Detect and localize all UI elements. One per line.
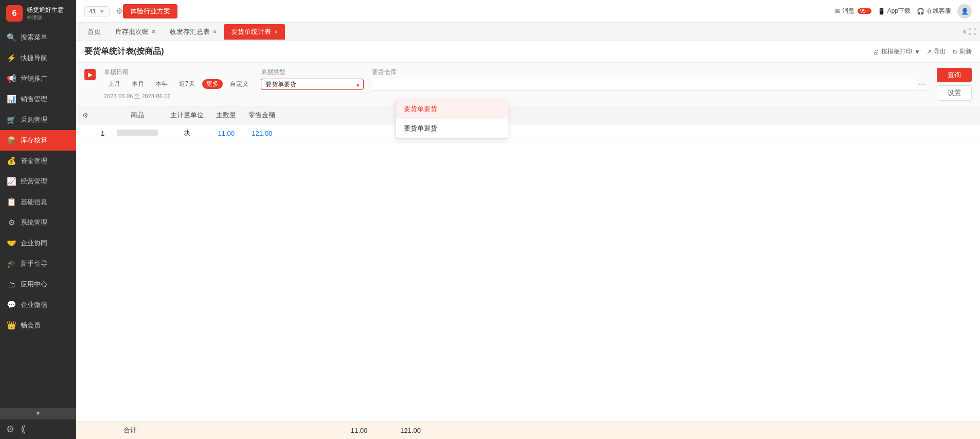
- page-header: 要货单统计表(按商品) 🖨 按模板打印 ▼ ↗ 导出 ↻ 刷新: [76, 41, 980, 63]
- user-avatar[interactable]: 👤: [957, 4, 972, 19]
- warehouse-input-row: ···: [372, 79, 929, 90]
- amount-link[interactable]: 121.00: [252, 130, 272, 137]
- print-chevron-icon: ▼: [914, 48, 920, 56]
- member-icon: 👑: [6, 320, 16, 331]
- warehouse-filter-group: 要货仓库 ···: [372, 68, 929, 90]
- sidebar-item-operation[interactable]: 📈 经营管理: [0, 171, 76, 192]
- sidebar-scroll-down[interactable]: ▼: [0, 408, 76, 419]
- store-selector[interactable]: 41 ▼: [84, 6, 110, 16]
- type-dropdown: 要货单要货 要货单退货: [395, 99, 508, 139]
- col-extra: [281, 106, 980, 124]
- date-btn-more[interactable]: 更多: [202, 79, 223, 89]
- search-icon: 🔍: [6, 32, 16, 43]
- sidebar-item-finance[interactable]: 💰 资金管理: [0, 151, 76, 171]
- table-body: 1 块 11.00 121.00: [76, 124, 980, 142]
- tab-close-all-button[interactable]: ×: [963, 28, 967, 36]
- filter-expand-button[interactable]: ▶: [84, 69, 96, 80]
- trial-button[interactable]: 体验行业方案: [123, 4, 177, 19]
- online-service-item[interactable]: 🎧 在线客服: [917, 7, 951, 15]
- row-amount-cell: 121.00: [242, 124, 281, 142]
- sidebar-item-sales[interactable]: 📊 销售管理: [0, 89, 76, 109]
- export-icon: ↗: [926, 48, 932, 56]
- print-button[interactable]: 🖨 按模板打印 ▼: [873, 47, 920, 56]
- sidebar-item-basic[interactable]: 📋 基础信息: [0, 192, 76, 212]
- tab-close-batch[interactable]: ×: [152, 28, 155, 35]
- top-header: 41 ▼ ⚙ 体验行业方案 ✉ 消息 99+ 📱 App下载 🎧 在线客服 👤: [76, 0, 980, 23]
- sidebar-item-purchase[interactable]: 🛒 采购管理: [0, 109, 76, 130]
- dropdown-item-order-goods[interactable]: 要货单要货: [396, 99, 508, 119]
- refresh-button[interactable]: ↻ 刷新: [952, 47, 972, 56]
- chevron-down-icon: ▼: [99, 8, 105, 15]
- export-button[interactable]: ↗ 导出: [926, 47, 946, 56]
- page-title: 要货单统计表(按商品): [84, 46, 164, 57]
- date-btn-this-year[interactable]: 本年: [151, 79, 172, 89]
- tab-expand-button[interactable]: ⛶: [969, 28, 976, 36]
- col-quantity: 主数量: [210, 106, 242, 124]
- operation-icon: 📈: [6, 176, 16, 187]
- date-options-row: 上月 本月 本年 近7天 更多 自定义: [104, 79, 253, 89]
- table-wrapper: ⚙ 商品 主计量单位 主数量 零售金额 1: [76, 106, 980, 421]
- logo-area: 6 畅捷通好生意 标准版: [0, 0, 76, 27]
- phone-icon: 📱: [878, 8, 885, 15]
- table-header-row: ⚙ 商品 主计量单位 主数量 零售金额: [76, 106, 980, 124]
- logo-text: 畅捷通好生意 标准版: [27, 6, 64, 21]
- sidebar-item-wechat[interactable]: 💬 企业微信: [0, 295, 76, 315]
- row-product-cell: [111, 124, 164, 142]
- type-select-input[interactable]: [261, 79, 364, 90]
- tab-close-collect[interactable]: ×: [213, 28, 217, 35]
- sidebar-item-system[interactable]: ⚙ 系统管理: [0, 212, 76, 233]
- sidebar-item-guide[interactable]: 🎓 新手引导: [0, 253, 76, 274]
- footer-label: 合计: [117, 426, 333, 435]
- tab-end-buttons: × ⛶: [963, 28, 976, 36]
- finance-icon: 💰: [6, 156, 16, 166]
- filter-settings-button[interactable]: 设置: [937, 85, 972, 101]
- print-icon: 🖨: [873, 48, 879, 56]
- type-select-wrapper: [261, 79, 364, 90]
- app-download-item[interactable]: 📱 App下载: [878, 7, 911, 15]
- tab-batch-account[interactable]: 库存批次账 ×: [108, 24, 163, 40]
- date-btn-this-month[interactable]: 本月: [128, 79, 148, 89]
- settings-icon[interactable]: ⚙: [6, 424, 14, 435]
- sidebar-item-quick-nav[interactable]: ⚡ 快捷导航: [0, 48, 76, 68]
- sidebar-item-appstore[interactable]: 🗂 应用中心: [0, 274, 76, 295]
- row-quantity-cell: 11.00: [210, 124, 242, 142]
- warehouse-input[interactable]: [372, 79, 916, 89]
- col-settings[interactable]: ⚙: [76, 106, 95, 124]
- row-settings-cell: [76, 124, 95, 142]
- date-btn-7days[interactable]: 近7天: [175, 79, 199, 89]
- dropdown-item-order-return[interactable]: 要货单退货: [396, 119, 508, 138]
- basic-icon: 📋: [6, 197, 16, 207]
- lightning-icon: ⚡: [6, 53, 16, 63]
- date-btn-custom[interactable]: 自定义: [226, 79, 253, 89]
- sidebar-item-enterprise[interactable]: 🤝 企业协同: [0, 233, 76, 253]
- query-button[interactable]: 查询: [937, 68, 972, 82]
- collapse-icon[interactable]: ⟪: [21, 424, 26, 435]
- row-unit-cell: 块: [164, 124, 210, 142]
- system-icon: ⚙: [6, 217, 16, 228]
- tab-close-order[interactable]: ×: [274, 28, 278, 35]
- sales-icon: 📊: [6, 94, 16, 104]
- col-unit: 主计量单位: [164, 106, 210, 124]
- page-header-actions: 🖨 按模板打印 ▼ ↗ 导出 ↻ 刷新: [873, 47, 972, 56]
- guide-icon: 🎓: [6, 259, 16, 269]
- type-input-row: [261, 79, 364, 90]
- header-left: 41 ▼ ⚙ 体验行业方案: [84, 4, 835, 19]
- quantity-link[interactable]: 11.00: [218, 130, 235, 137]
- purchase-icon: 🛒: [6, 115, 16, 125]
- warehouse-more-icon[interactable]: ···: [916, 79, 929, 90]
- sidebar-item-search[interactable]: 🔍 搜索菜单: [0, 27, 76, 48]
- date-btn-last-month[interactable]: 上月: [104, 79, 124, 89]
- col-product: 商品: [111, 106, 164, 124]
- tab-home[interactable]: 首页: [80, 24, 108, 40]
- tab-order-stats[interactable]: 要货单统计表 ×: [224, 24, 285, 40]
- sidebar-bottom: ⚙ ⟪: [0, 419, 76, 439]
- tab-collect-summary[interactable]: 收发存汇总表 ×: [163, 24, 224, 40]
- gear-button[interactable]: ⚙: [116, 6, 123, 16]
- sidebar-item-member[interactable]: 👑 畅会员: [0, 315, 76, 336]
- sidebar-item-marketing[interactable]: 📢 营销推广: [0, 68, 76, 89]
- messages-item[interactable]: ✉ 消息 99+: [835, 7, 871, 15]
- headset-icon: 🎧: [917, 8, 924, 15]
- message-icon: ✉: [835, 8, 840, 15]
- header-actions: ✉ 消息 99+ 📱 App下载 🎧 在线客服 👤: [835, 4, 972, 19]
- sidebar-item-inventory[interactable]: 📦 库存核算: [0, 130, 76, 151]
